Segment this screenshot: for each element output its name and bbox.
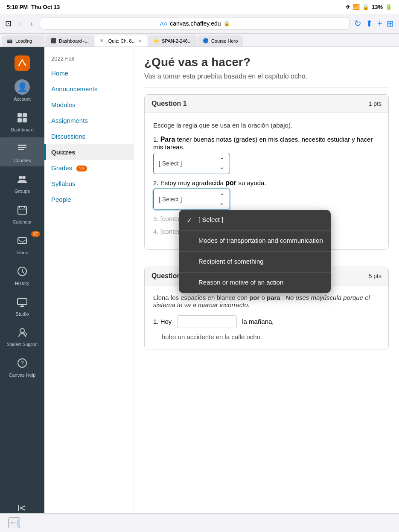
nav-courses-wrapper: Courses — [0, 137, 44, 166]
dropdown-option-transport: Modes of transportation and communicatio… — [198, 237, 323, 244]
question2-body: Llena los espacios en blanco con por o p… — [145, 285, 388, 349]
aa-label[interactable]: AA — [160, 20, 167, 27]
tab-coursehero[interactable]: 🔵 Course Hero — [198, 35, 243, 47]
share-button[interactable]: ⬆ — [366, 18, 373, 29]
tab-favicon-loading: 📷 — [7, 38, 13, 44]
battery-icon: 🔒 — [362, 4, 369, 10]
svg-rect-0 — [17, 113, 22, 117]
course-year: 2022 Fall — [44, 52, 134, 65]
question1-header: Question 1 1 pts — [145, 95, 388, 113]
add-tab-button[interactable]: + — [377, 19, 382, 29]
address-bar[interactable]: AA canvas.chaffey.edu 🔒 — [40, 17, 350, 30]
q2-item1-before: Hoy — [160, 318, 172, 325]
nav-inbox-wrapper: Inbox 87 — [0, 230, 44, 259]
course-nav-grades[interactable]: Grades 23 — [44, 160, 134, 176]
nav-courses[interactable]: Courses — [0, 137, 44, 166]
forward-button[interactable]: › — [28, 18, 35, 29]
question2-instruction: Llena los espacios en blanco con por o p… — [153, 294, 380, 308]
global-nav: 👤 Account Dashboard Courses — [0, 47, 44, 524]
course-nav-discussions[interactable]: Discussions — [44, 128, 134, 144]
nav-inbox[interactable]: Inbox 87 — [0, 230, 44, 259]
dropdown-option-select: [ Select ] — [198, 216, 223, 223]
tab-close-quiz[interactable]: ✕ — [138, 38, 142, 44]
course-nav-syllabus[interactable]: Syllabus — [44, 176, 134, 192]
dropdown-item-recipient[interactable]: ✓ Recipient of something — [179, 252, 331, 273]
q1-item2-bold: por — [225, 179, 236, 186]
q1-item3-num: 3. — [153, 215, 160, 222]
q1-item2-num: 2. Estoy muy agradecida — [153, 179, 225, 186]
q1-item2-select-value: [ Select ] — [159, 196, 182, 203]
status-bar: 5:18 PM Thu Oct 13 ✈ 📶 🔒 13% 🔋 — [0, 0, 399, 14]
dropdown-item-transport[interactable]: ✓ Modes of transportation and communicat… — [179, 231, 331, 252]
nav-account-wrapper: 👤 Account — [0, 76, 44, 105]
history-icon — [15, 264, 30, 279]
q1-item1-select[interactable]: [ Select ] ⌃⌄ — [153, 153, 230, 174]
tab-quiz[interactable]: ✕ Quiz: Ch. 8... ✕ — [95, 35, 147, 47]
page-title: ¿Qué vas a hacer? — [144, 55, 389, 69]
q2-bold-para: para — [267, 294, 280, 301]
q2-text1: Llena los espacios en blanco con — [153, 294, 249, 301]
course-nav-modules[interactable]: Modules — [44, 97, 134, 113]
main-layout: 👤 Account Dashboard Courses — [0, 47, 399, 524]
student-support-icon — [15, 325, 30, 340]
battery-level: 13% — [372, 4, 383, 10]
date: Thu Oct 13 — [31, 4, 60, 10]
course-nav-home[interactable]: Home — [44, 65, 134, 81]
nav-logo[interactable] — [0, 52, 44, 74]
tab-loading[interactable]: 📷 Loading — [2, 35, 44, 47]
course-nav-announcements[interactable]: Announcements — [44, 81, 134, 97]
nav-dashboard-label: Dashboard — [11, 127, 34, 132]
page-subtitle: Vas a tomar esta pruebita basada en el c… — [144, 73, 389, 87]
reload-button[interactable]: ↻ — [354, 18, 361, 29]
question1-instruction: Escoge la regla que se usa en la oración… — [153, 122, 380, 129]
question1-label: Question 1 — [151, 100, 187, 108]
svg-line-23 — [20, 508, 25, 510]
nav-history[interactable]: History — [0, 260, 44, 289]
q2-text-end: . — [282, 294, 284, 301]
bottom-nav: ←| — [0, 513, 399, 532]
nav-inbox-label: Inbox — [17, 250, 28, 255]
course-nav-assignments[interactable]: Assignments — [44, 113, 134, 128]
nav-student-support[interactable]: Student Support — [0, 322, 44, 350]
nav-student-support-label: Student Support — [7, 342, 38, 347]
url-text: canvas.chaffey.edu — [170, 20, 221, 27]
q1-item2-chevron: ⌃⌄ — [219, 192, 224, 206]
dropdown-item-reason[interactable]: ✓ Reason or motive of an action — [179, 273, 331, 293]
groups-icon — [15, 172, 30, 187]
nav-calendar[interactable]: Calendar — [0, 199, 44, 228]
tab-dashboard[interactable]: ⬛ Dashboard -... — [45, 35, 94, 47]
course-nav-quizzes[interactable]: Quizzes — [44, 144, 134, 160]
tab-span[interactable]: 🌟 SPAN-2-246... — [148, 35, 197, 47]
sidebar-toggle-icon[interactable]: ⊡ — [5, 19, 12, 28]
grades-badge: 23 — [76, 166, 87, 172]
tab-label-loading: Loading — [15, 38, 39, 44]
nav-canvas-help[interactable]: ? Canvas Help — [0, 352, 44, 381]
nav-canvas-help-wrapper: ? Canvas Help — [0, 352, 44, 381]
dropdown-item-select[interactable]: ✓ [ Select ] — [179, 210, 331, 231]
collapse-sidebar-button[interactable]: ←| — [9, 517, 20, 528]
nav-groups[interactable]: Groups — [0, 168, 44, 197]
nav-dashboard[interactable]: Dashboard — [0, 107, 44, 136]
tab-label-coursehero: Course Hero — [211, 38, 238, 44]
tab-favicon-dashboard: ⬛ — [50, 38, 56, 44]
tabs-button[interactable]: ⊞ — [387, 18, 394, 29]
nav-canvas-help-label: Canvas Help — [9, 372, 36, 378]
question1-card: Question 1 1 pts Escoge la regla que se … — [144, 94, 389, 250]
back-button[interactable]: ‹ — [16, 18, 23, 29]
time: 5:18 PM — [7, 4, 28, 10]
course-nav: 2022 Fall Home Announcements Modules Ass… — [44, 47, 134, 524]
nav-studio[interactable]: Studio — [0, 291, 44, 320]
nav-courses-label: Courses — [14, 158, 31, 163]
q1-item2-select[interactable]: [ Select ] ⌃⌄ — [153, 189, 230, 210]
question1-wrapper: Question 1 1 pts Escoge la regla que se … — [144, 94, 389, 258]
q1-item1-select-row: [ Select ] ⌃⌄ — [153, 153, 380, 174]
question2-pts: 5 pts — [369, 273, 382, 279]
tabs-bar: 📷 Loading ⬛ Dashboard -... ✕ Quiz: Ch. 8… — [0, 34, 399, 47]
question1-pts: 1 pts — [369, 100, 382, 107]
nav-account[interactable]: 👤 Account — [0, 76, 44, 105]
q2-text-mid: o — [262, 294, 267, 301]
dropdown-menu: ✓ [ Select ] ✓ Modes of transportation a… — [179, 210, 331, 293]
course-nav-people[interactable]: People — [44, 192, 134, 207]
nav-studio-label: Studio — [15, 311, 29, 317]
q2-item1-input[interactable] — [177, 315, 237, 328]
